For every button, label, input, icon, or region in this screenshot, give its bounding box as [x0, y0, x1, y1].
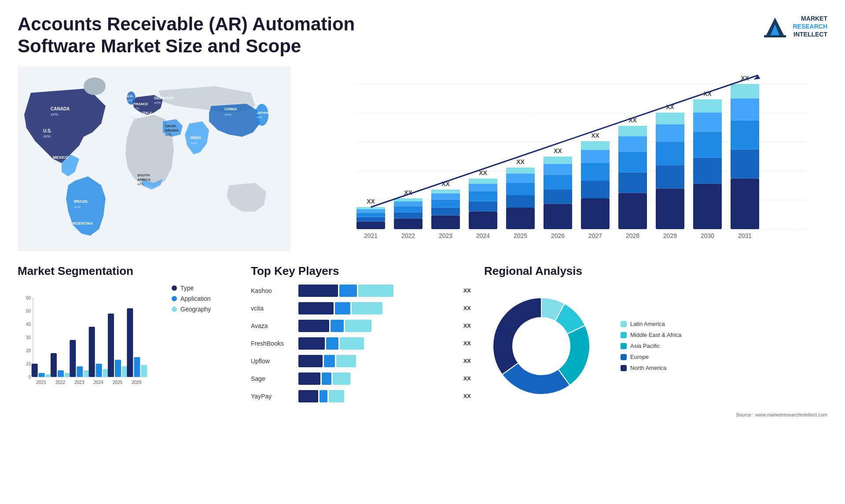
- player-value: XX: [463, 287, 471, 294]
- svg-rect-64: [431, 190, 460, 194]
- player-bar-segment: [298, 390, 318, 402]
- regional-legend-asia-pacific: Asia Pacific: [621, 343, 681, 349]
- player-name: Avaza: [251, 322, 295, 329]
- player-row: SageXX: [251, 373, 471, 385]
- player-bars: [298, 320, 458, 332]
- page-container: Accounts Receivable (AR) Automation Soft…: [0, 0, 845, 504]
- legend-dot: [172, 307, 177, 312]
- svg-rect-2: [764, 35, 786, 37]
- regional-label: Latin America: [630, 321, 665, 327]
- regional-legend: Latin AmericaMiddle East & AfricaAsia Pa…: [621, 321, 681, 371]
- svg-rect-57: [394, 198, 422, 201]
- svg-rect-70: [469, 183, 497, 191]
- svg-text:SOUTH: SOUTH: [137, 173, 150, 177]
- svg-text:MEXICO: MEXICO: [53, 155, 69, 160]
- svg-text:40: 40: [26, 322, 31, 327]
- svg-text:2027: 2027: [588, 232, 602, 239]
- svg-text:XX: XX: [591, 132, 599, 139]
- svg-text:2024: 2024: [94, 380, 104, 385]
- player-row: UpflowXX: [251, 355, 471, 367]
- svg-text:2030: 2030: [701, 232, 714, 239]
- svg-rect-74: [506, 208, 535, 229]
- svg-text:xx%: xx%: [53, 161, 59, 165]
- svg-rect-102: [656, 188, 684, 229]
- svg-text:20: 20: [26, 348, 31, 353]
- svg-text:2026: 2026: [132, 380, 142, 385]
- svg-text:2022: 2022: [55, 380, 66, 385]
- svg-rect-120: [731, 84, 759, 99]
- svg-rect-141: [70, 340, 76, 377]
- regional-legend-latin-america: Latin America: [621, 321, 681, 327]
- svg-rect-137: [51, 353, 57, 377]
- legend-label: Application: [180, 295, 211, 302]
- svg-text:2028: 2028: [626, 232, 639, 239]
- svg-text:xx%: xx%: [142, 116, 148, 119]
- player-bar-segment: [322, 373, 331, 385]
- svg-rect-90: [581, 163, 610, 181]
- svg-text:xx%: xx%: [137, 183, 143, 186]
- svg-text:2021: 2021: [37, 380, 47, 385]
- legend-item-type: Type: [172, 285, 211, 292]
- svg-rect-150: [115, 360, 121, 377]
- logo-text: MARKET RESEARCH INTELLECT: [793, 15, 827, 39]
- svg-text:2023: 2023: [74, 380, 84, 385]
- player-bars: [298, 390, 458, 402]
- player-bar-segment: [352, 302, 382, 314]
- svg-rect-56: [394, 201, 422, 206]
- player-bar-segment: [335, 302, 350, 314]
- svg-text:XX: XX: [516, 158, 525, 165]
- regional-section: Regional Analysis Latin AmericaMiddle Ea…: [484, 264, 827, 417]
- svg-rect-118: [731, 120, 759, 149]
- segmentation-chart: 0102030405060202120222023202420252026: [18, 285, 154, 390]
- svg-rect-83: [544, 175, 572, 189]
- regional-label: Europe: [630, 354, 649, 360]
- player-row: KashooXX: [251, 285, 471, 297]
- svg-text:2022: 2022: [401, 232, 415, 239]
- player-bars: [298, 355, 458, 367]
- svg-text:50: 50: [26, 309, 31, 314]
- svg-rect-49: [356, 209, 385, 213]
- svg-rect-142: [77, 366, 83, 377]
- player-bar-segment: [298, 373, 320, 385]
- regional-title: Regional Analysis: [484, 264, 827, 278]
- svg-rect-81: [544, 204, 572, 229]
- svg-rect-97: [618, 152, 647, 172]
- svg-text:FRANCE: FRANCE: [133, 102, 148, 106]
- segmentation-title: Market Segmentation: [18, 264, 238, 278]
- player-name: Kashoo: [251, 287, 295, 294]
- player-value: XX: [463, 358, 471, 364]
- player-bar-segment: [331, 320, 344, 332]
- svg-rect-82: [544, 189, 572, 204]
- player-bar-segment: [358, 285, 393, 297]
- svg-text:AFRICA: AFRICA: [137, 178, 151, 182]
- player-name: Sage: [251, 375, 295, 382]
- svg-rect-155: [141, 365, 147, 377]
- player-value: XX: [463, 340, 471, 347]
- svg-rect-62: [431, 199, 460, 207]
- svg-text:xx%: xx%: [74, 205, 81, 209]
- svg-rect-92: [581, 141, 610, 150]
- svg-text:CHINA: CHINA: [224, 107, 237, 111]
- svg-text:GERMANY: GERMANY: [154, 96, 174, 100]
- svg-rect-105: [656, 124, 684, 142]
- legend-item-application: Application: [172, 295, 211, 302]
- svg-text:0: 0: [28, 375, 31, 380]
- regional-label: North America: [630, 365, 666, 371]
- logo-area: MARKET RESEARCH INTELLECT: [762, 13, 827, 40]
- svg-rect-119: [731, 99, 759, 121]
- svg-rect-69: [469, 191, 497, 201]
- svg-rect-76: [506, 183, 535, 195]
- svg-rect-61: [431, 207, 460, 215]
- svg-rect-71: [469, 179, 497, 184]
- svg-text:10: 10: [26, 362, 31, 366]
- svg-text:xx%: xx%: [43, 134, 51, 139]
- source-text: Source : www.marketresearchintellect.com: [484, 412, 827, 417]
- svg-rect-113: [693, 99, 722, 113]
- player-bar-segment: [339, 285, 357, 297]
- svg-rect-68: [469, 201, 497, 212]
- player-row: FreshBooksXX: [251, 337, 471, 350]
- svg-rect-89: [581, 181, 610, 198]
- svg-rect-117: [731, 149, 759, 178]
- regional-label: Middle East & Africa: [630, 332, 681, 338]
- player-value: XX: [463, 393, 471, 399]
